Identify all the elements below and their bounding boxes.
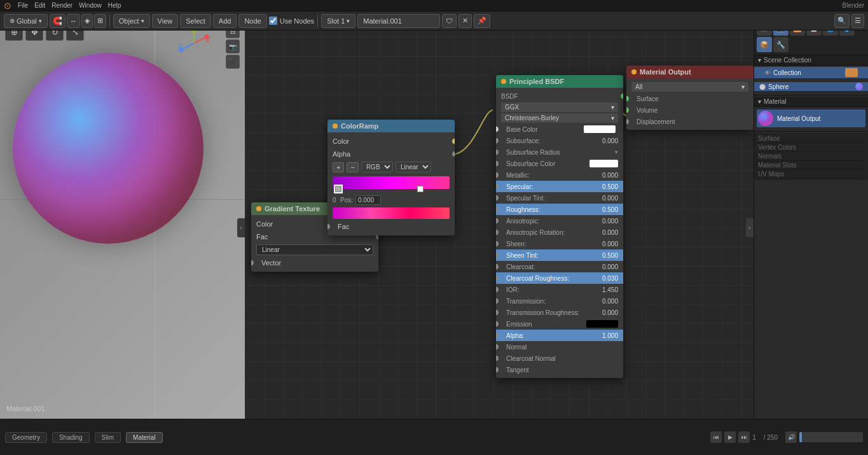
gradient-type-select[interactable]: Linear (256, 244, 373, 255)
bottom-tab-material[interactable]: Material (126, 432, 163, 443)
viewport: ⊕ ✥ ↻ ⤡ X Y Z ⊟ 📷 ⬛ Material.001 › (0, 18, 245, 419)
vector-input-socket[interactable] (251, 260, 254, 266)
end-icon[interactable]: ⏭ (738, 431, 750, 443)
cr-remove-btn[interactable]: − (347, 162, 358, 172)
object-item-sphere[interactable]: ⬤ Sphere (754, 82, 868, 91)
colorramp-fac-row: Fac (327, 220, 455, 233)
colorramp-stop-right[interactable] (417, 186, 424, 192)
node-editor[interactable]: Gradient Texture Color Fac Linear Vector (245, 18, 754, 419)
displacement-socket[interactable] (626, 119, 629, 125)
bottom-tab-shading[interactable]: Shading (52, 432, 90, 443)
specular-tint-socket[interactable] (496, 195, 499, 201)
menu-render[interactable]: Render (52, 2, 72, 9)
aniso-rot-socket[interactable] (496, 230, 499, 235)
object-menu[interactable]: Object ▾ (113, 14, 150, 28)
bottom-tab-slim[interactable]: Slim (95, 432, 121, 443)
base-color-swatch[interactable] (584, 125, 616, 133)
cr-color-socket[interactable] (452, 139, 455, 144)
colorramp-stop-left[interactable] (335, 186, 341, 192)
sheen-row: Sheen: 0.000 (496, 238, 623, 249)
emission-color-swatch[interactable] (586, 320, 618, 328)
object-icon-tab[interactable]: 📦 (757, 37, 772, 52)
colorramp-node[interactable]: ColorRamp Color Alpha + − RGB Linear (327, 120, 455, 235)
play-icon[interactable]: ▶ (724, 431, 736, 443)
cr-mode-select[interactable]: RGB (361, 162, 393, 172)
principled-bsdf-node[interactable]: Principled BSDF BSDF GGX ▾ Christensen-B… (496, 75, 623, 378)
output-chevron-icon: ▾ (741, 83, 745, 90)
separator-1 (109, 15, 110, 27)
view-persp[interactable]: ⬛ (226, 55, 240, 69)
view-camera[interactable]: 📷 (226, 39, 240, 53)
cr-interp-select[interactable]: Linear (396, 162, 431, 172)
clearcoat-socket[interactable] (496, 264, 499, 270)
anisotropic-socket[interactable] (496, 218, 499, 224)
sheen-tint-socket[interactable] (496, 253, 499, 258)
output-target-select[interactable]: All ▾ (631, 82, 748, 92)
bottom-tab-geometry[interactable]: Geometry (5, 432, 47, 443)
metallic-socket[interactable] (496, 172, 499, 178)
alpha-socket[interactable] (496, 333, 499, 339)
sheen-socket[interactable] (496, 241, 499, 247)
menu-edit[interactable]: Edit (34, 2, 45, 9)
ior-socket[interactable] (496, 287, 499, 293)
sidebar-toggle[interactable]: › (237, 218, 245, 237)
menu-window[interactable]: Window (79, 2, 102, 9)
subsurface-color-socket[interactable] (496, 161, 499, 167)
subsurface-socket[interactable] (496, 138, 499, 144)
tangent-socket[interactable] (496, 367, 499, 373)
transform-icon: ↔ (70, 17, 77, 25)
cr-fac-socket[interactable] (327, 224, 330, 230)
specular-socket[interactable] (496, 184, 499, 190)
node-menu[interactable]: Node (238, 14, 266, 28)
use-nodes-checkbox[interactable] (269, 17, 277, 25)
emission-socket[interactable] (496, 321, 499, 327)
material-shield-btn[interactable]: 🛡 (442, 14, 457, 28)
surface-row: Surface (626, 93, 754, 104)
menu-blender[interactable]: ⊙ (4, 1, 11, 11)
subsurface-radius-row: Subsurface Radius ▾ (496, 146, 623, 158)
cr-alpha-socket[interactable] (452, 151, 455, 157)
clearcoat-normal-socket[interactable] (496, 356, 499, 361)
colorramp-pos-row: 0 Pos: (327, 192, 455, 206)
bsdf-socket[interactable] (621, 94, 623, 99)
metallic-row: Metallic: 0.000 (496, 169, 623, 181)
material-close-btn[interactable]: ✕ (458, 14, 472, 28)
transmission-socket[interactable] (496, 298, 499, 304)
audio-icon[interactable]: 🔊 (785, 431, 797, 443)
node-sidebar-toggle[interactable]: ‹ (746, 218, 754, 237)
base-color-socket[interactable] (496, 127, 499, 132)
cr-add-btn[interactable]: + (333, 162, 344, 172)
material-name-field[interactable]: Material.001 (357, 14, 440, 28)
normal-socket[interactable] (496, 344, 499, 350)
add-menu[interactable]: Add (213, 14, 237, 28)
material-output-node[interactable]: Material Output All ▾ Surface Volume (626, 66, 754, 130)
collection-item-selected[interactable]: 👁 Collection (754, 67, 868, 78)
volume-socket[interactable] (626, 108, 629, 113)
timeline-scrubber[interactable] (799, 432, 863, 442)
roughness-socket[interactable] (496, 207, 499, 213)
material-item[interactable]: Material Output (757, 109, 865, 127)
pos-input[interactable] (355, 195, 381, 205)
subsurface-color-row: Subsurface Color (496, 158, 623, 169)
distribution-select[interactable]: GGX ▾ (501, 102, 618, 112)
menu-file[interactable]: File (18, 2, 28, 9)
slot-selector[interactable]: Slot 1 ▾ (321, 14, 355, 28)
material-pin-btn[interactable]: 📌 (474, 14, 490, 28)
header-menu-btn[interactable]: ☰ (851, 14, 864, 28)
menu-help[interactable]: Help (108, 2, 121, 9)
view-menu[interactable]: View (152, 14, 179, 28)
subsurface-method-select[interactable]: Christensen-Burley ▾ (501, 113, 618, 123)
select-menu[interactable]: Select (180, 14, 211, 28)
subsurface-color-swatch[interactable] (589, 160, 618, 167)
clearcoat-rough-socket[interactable] (496, 276, 499, 281)
gradient-fac-label: Fac (256, 233, 268, 241)
use-nodes-toggle[interactable]: Use Nodes (269, 17, 314, 25)
snap-toggle[interactable]: 🧲 ↔ ◈ ⊞ (50, 14, 106, 28)
transform-orientation[interactable]: ⊕ Global ▾ (4, 14, 48, 28)
trans-rough-socket[interactable] (496, 310, 499, 316)
timeline-icon[interactable]: ⏮ (710, 431, 722, 443)
surface-socket[interactable] (626, 96, 629, 102)
subsurface-radius-socket[interactable] (496, 150, 499, 155)
modifier-icon-tab[interactable]: 🔧 (773, 37, 789, 52)
header-search[interactable]: 🔍 (834, 14, 850, 28)
